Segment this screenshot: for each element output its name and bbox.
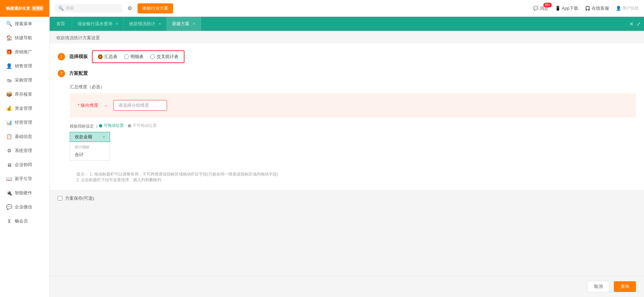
sidebar-item-member[interactable]: ⊻ 畅会员: [0, 214, 49, 228]
tab-cash-bank-close[interactable]: ×: [116, 21, 118, 26]
sidebar-item-search-menu[interactable]: 🔍 搜索菜单: [0, 17, 49, 31]
sidebar-item-label: 库存核算: [15, 91, 32, 97]
search-icon: 🔍: [58, 6, 64, 11]
sidebar-item-sales[interactable]: 👤 销售管理: [0, 59, 49, 73]
metrics-stat-title: 统计指标: [75, 145, 105, 150]
main-area: 🔍 搜索 ⚙ 体验行业方案 💬 消息 99+ 📱 App下载 🎧 在线客服 👤 …: [50, 0, 644, 297]
template-selection-box: 汇总表 明细表 交叉统计表: [92, 50, 184, 63]
sidebar-item-smart-hardware[interactable]: 🔌 智能硬件: [0, 186, 49, 200]
radio-summary[interactable]: 汇总表: [98, 54, 117, 60]
message-icon: 💬: [533, 6, 538, 11]
enterprise-wechat-icon: 💬: [6, 204, 12, 210]
service-label: 在线客服: [592, 5, 609, 11]
sidebar-item-label: 智能硬件: [15, 190, 32, 196]
tab-collection-stat[interactable]: 收款情况统计 ×: [124, 17, 167, 31]
tab-new-scheme-close[interactable]: ×: [193, 21, 195, 26]
cancel-button[interactable]: 取消: [587, 281, 610, 292]
app-download[interactable]: 📱 App下载: [555, 5, 578, 11]
sidebar-item-starter-guide[interactable]: 📖 新手引导: [0, 172, 49, 186]
sidebar-item-label: 企业微信: [15, 204, 32, 210]
dimension-area: * 纵向维度 → 请选择分组维度: [70, 93, 636, 117]
subtotal-label: 合计: [75, 152, 84, 157]
topbar-search-box[interactable]: 🔍 搜索: [55, 4, 122, 12]
dimension-row: * 纵向维度 → 请选择分组维度: [78, 100, 628, 111]
sidebar-item-marketing[interactable]: 🎁 营销推广: [0, 45, 49, 59]
collection-amount-tag[interactable]: 收款金额 ∨: [70, 132, 110, 142]
message-badge[interactable]: 💬 消息 99+: [533, 5, 548, 11]
trial-industry-button[interactable]: 体验行业方案: [138, 3, 173, 13]
sidebar-item-enterprise-wechat[interactable]: 💬 企业微信: [0, 200, 49, 214]
sidebar-item-label: 采购管理: [15, 77, 32, 83]
tips-text-1: 1. 拖动标题栏可以调整布局，不可跨维度或指标区域拖动栏目字段(只能在同一维度或…: [90, 172, 278, 177]
radio-cross-input[interactable]: [150, 54, 155, 59]
draggable-indicator: 可拖动位置: [99, 123, 124, 129]
radio-summary-label: 汇总表: [104, 54, 117, 60]
sidebar: 畅捷通好生意 标准版 🔍 搜索菜单 🏠 快捷导航 🎁 营销推广 👤 销售管理 🛍…: [0, 0, 50, 297]
sidebar-item-label: 销售管理: [15, 63, 32, 69]
settings-icon[interactable]: ⚙: [127, 5, 132, 11]
tab-collection-stat-label: 收款情况统计: [129, 21, 155, 27]
step1-label: 选择模板: [69, 54, 88, 60]
sidebar-item-enterprise-collab[interactable]: 🖥 企业协同: [0, 158, 49, 172]
radio-cross[interactable]: 交叉统计表: [150, 54, 178, 60]
page-header: 收款情况统计方案设置: [50, 31, 644, 44]
sidebar-item-inventory[interactable]: 📦 库存核算: [0, 87, 49, 101]
sidebar-item-label: 基础信息: [15, 134, 32, 140]
form-section: 1 选择模板 汇总表 明细表 交叉统计表: [50, 44, 644, 190]
basic-info-icon: 📋: [6, 134, 12, 140]
logo-text: 畅捷通好生意: [6, 6, 30, 11]
draggable-label: 可拖动位置: [104, 123, 124, 129]
search-menu-icon: 🔍: [6, 21, 12, 27]
footer: 取消 查询: [50, 276, 644, 297]
tab-expand-icon[interactable]: ⤢: [636, 21, 641, 27]
tab-close-all-icon[interactable]: ✕: [629, 21, 634, 27]
sidebar-item-label: 搜索菜单: [15, 21, 32, 27]
query-button[interactable]: 查询: [614, 281, 636, 292]
user-avatar: 👤: [616, 6, 621, 11]
sidebar-item-operations[interactable]: 📊 经营管理: [0, 115, 49, 130]
step2-row: 2 方案配置: [58, 70, 636, 77]
tab-collection-stat-close[interactable]: ×: [159, 21, 161, 26]
version-tag: 标准版: [32, 6, 44, 11]
tab-cash-bank[interactable]: 现金银行流水查询 ×: [72, 17, 124, 31]
member-icon: ⊻: [6, 218, 12, 224]
sidebar-item-finance[interactable]: 💰 资金管理: [0, 101, 49, 115]
starter-guide-icon: 📖: [6, 176, 12, 182]
save-checkbox[interactable]: [58, 196, 62, 201]
metrics-section: 模板指标设定（ 可拖动位置 不可拖动位置 收款: [70, 123, 636, 161]
tab-home[interactable]: 首页: [50, 17, 72, 31]
sidebar-item-system[interactable]: ⚙ 系统管理: [0, 144, 49, 158]
user-info[interactable]: 👤 用户信息: [616, 5, 639, 11]
tips-item-1: 提示： 1. 拖动标题栏可以调整布局，不可跨维度或指标区域拖动栏目字段(只能在同…: [76, 171, 629, 177]
download-label: App下载: [562, 5, 578, 11]
dimension-select[interactable]: 请选择分组维度: [113, 100, 167, 111]
badge-count: 99+: [543, 3, 552, 7]
subtotal-row: 合计: [75, 152, 105, 158]
tab-cash-bank-label: 现金银行流水查询: [77, 21, 112, 27]
online-service[interactable]: 🎧 在线客服: [585, 5, 609, 11]
chevron-down-icon: ∨: [103, 135, 105, 139]
metrics-title-text: 模板指标设定（: [70, 124, 98, 129]
dimension-select-placeholder: 请选择分组维度: [118, 102, 149, 108]
tab-home-label: 首页: [56, 21, 65, 27]
tips-item-2: 2. 点击标题栏下拉可设置排序、插入列和删除列: [76, 177, 629, 183]
smart-hardware-icon: 🔌: [6, 190, 12, 196]
tab-new-scheme[interactable]: 新建方案 ×: [167, 17, 201, 31]
quick-nav-icon: 🏠: [6, 35, 12, 41]
sidebar-item-basic-info[interactable]: 📋 基础信息: [0, 130, 49, 144]
sidebar-item-quick-nav[interactable]: 🏠 快捷导航: [0, 31, 49, 45]
inventory-icon: 📦: [6, 91, 12, 97]
save-label: 方案保存(可选): [65, 195, 94, 201]
topbar: 🔍 搜索 ⚙ 体验行业方案 💬 消息 99+ 📱 App下载 🎧 在线客服 👤 …: [50, 0, 644, 17]
radio-summary-input[interactable]: [98, 54, 103, 59]
download-icon: 📱: [555, 6, 560, 11]
sidebar-item-purchase[interactable]: 🛍 采购管理: [0, 73, 49, 87]
tips-text-2: 2. 点击标题栏下拉可设置排序、插入列和删除列: [76, 178, 161, 182]
radio-detail-input[interactable]: [124, 54, 129, 59]
step2-label: 方案配置: [69, 70, 88, 77]
finance-icon: 💰: [6, 105, 12, 111]
radio-detail[interactable]: 明细表: [124, 54, 144, 60]
non-draggable-dot: [128, 124, 131, 128]
purchase-icon: 🛍: [6, 77, 12, 83]
tabbar-controls: ✕ ⤢: [629, 21, 644, 27]
